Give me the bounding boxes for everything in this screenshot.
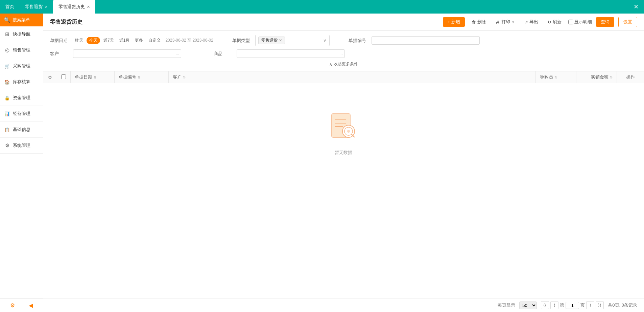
- print-label: 打印: [501, 19, 510, 25]
- date-opt-7days[interactable]: 近7天: [101, 37, 116, 44]
- collapse-icon: ∧: [329, 62, 332, 67]
- table-settings-icon[interactable]: ⚙: [48, 75, 52, 80]
- sidebar-item-sales-mgmt[interactable]: ◎ 销售管理: [0, 42, 43, 58]
- tab-retail-return-history-close[interactable]: ✕: [87, 5, 90, 9]
- page-input[interactable]: [566, 302, 579, 309]
- th-amount[interactable]: 实销金额 ⇅: [576, 71, 617, 83]
- next-page-button[interactable]: ⟩: [586, 301, 594, 309]
- th-guide[interactable]: 导购员 ⇅: [536, 71, 576, 83]
- goods-label: 商品: [214, 51, 231, 57]
- th-action-label: 操作: [626, 74, 635, 80]
- query-button[interactable]: 查询: [596, 17, 614, 27]
- collapse-label: 收起更多条件: [334, 61, 358, 67]
- tab-retail-return-close[interactable]: ✕: [45, 5, 48, 9]
- quick-nav-icon: ⊞: [4, 31, 10, 37]
- sidebar-item-basic-info[interactable]: 📋 基础信息: [0, 122, 43, 138]
- sidebar-item-inventory[interactable]: 🏠 库存核算: [0, 74, 43, 90]
- th-date[interactable]: 单据日期 ⇅: [70, 71, 114, 83]
- tab-home[interactable]: 首页: [0, 0, 20, 14]
- select-all-checkbox[interactable]: [61, 74, 66, 79]
- sidebar-bottom: ⚙ ◀: [0, 298, 43, 312]
- sidebar-search-label: 搜索菜单: [13, 17, 30, 23]
- date-opt-more[interactable]: 更多: [133, 37, 145, 44]
- filter-row-2: 客户 ... 商品 ...: [50, 49, 637, 58]
- prev-page-button[interactable]: ⟨: [550, 301, 558, 309]
- sidebar-item-system[interactable]: ⚙ 系统管理: [0, 138, 43, 154]
- goods-ellipsis[interactable]: ...: [339, 51, 343, 56]
- th-amount-label: 实销金额: [591, 74, 609, 80]
- refresh-button[interactable]: ↻ 刷新: [545, 18, 564, 26]
- table-footer: 每页显示 50 10 20 100 ⟨⟨ ⟨ 第 页 ⟩ ⟩⟩ 共0页, 0条记…: [43, 298, 644, 312]
- refresh-label: 刷新: [553, 19, 562, 25]
- sidebar-item-purchase-mgmt[interactable]: 🛒 采购管理: [0, 58, 43, 74]
- date-opt-custom[interactable]: 自定义: [146, 37, 163, 44]
- doc-type-dropdown[interactable]: 零售退货 ✕ ∨: [255, 35, 330, 46]
- purchase-mgmt-icon: 🛒: [4, 63, 10, 69]
- sidebar: 🔍 搜索菜单 ⊞ 快捷导航 ◎ 销售管理 🛒 采购管理 🏠 库存核算 🔒: [0, 14, 43, 312]
- svg-point-7: [347, 130, 350, 133]
- collapse-sidebar-icon[interactable]: ◀: [29, 302, 33, 309]
- delete-icon: 🗑: [472, 20, 476, 25]
- th-guide-label: 导购员: [540, 74, 553, 80]
- empty-state: 暂无数据: [43, 83, 644, 183]
- th-number[interactable]: 单据编号 ⇅: [114, 71, 168, 83]
- filter-row-1: 单据日期 昨天 今天 近7天 近1月 更多 自定义 2023-06-02 至 2…: [50, 35, 637, 46]
- doc-number-wrap: [372, 36, 480, 45]
- per-page-select[interactable]: 50 10 20 100: [519, 302, 537, 309]
- export-label: 导出: [529, 19, 538, 25]
- doc-number-input[interactable]: [372, 36, 480, 45]
- customer-label: 客户: [50, 51, 68, 57]
- sidebar-item-quick-nav-label: 快捷导航: [13, 31, 30, 37]
- basic-info-icon: 📋: [4, 127, 10, 133]
- doc-type-tag-close[interactable]: ✕: [279, 38, 282, 43]
- sidebar-search[interactable]: 🔍 搜索菜单: [0, 14, 43, 26]
- export-icon: ↗: [524, 20, 528, 25]
- th-checkbox[interactable]: [57, 71, 70, 83]
- doc-type-label: 单据类型: [232, 38, 250, 44]
- sidebar-item-quick-nav[interactable]: ⊞ 快捷导航: [0, 26, 43, 42]
- sidebar-menu: ⊞ 快捷导航 ◎ 销售管理 🛒 采购管理 🏠 库存核算 🔒 资金管理 📊 经: [0, 26, 43, 298]
- customer-ellipsis[interactable]: ...: [176, 51, 179, 56]
- doc-type-tags: 零售退货 ✕: [258, 37, 322, 44]
- th-settings[interactable]: ⚙: [43, 71, 57, 83]
- th-customer[interactable]: 客户 ⇅: [168, 71, 536, 83]
- customer-input[interactable]: [73, 49, 181, 58]
- goods-input[interactable]: [237, 49, 345, 58]
- window-close-button[interactable]: ✕: [634, 3, 644, 10]
- doc-type-tag: 零售退货 ✕: [258, 37, 285, 44]
- display-switch[interactable]: 显示明细: [568, 19, 592, 25]
- add-button[interactable]: + 新增: [443, 17, 465, 27]
- per-page-label: 每页显示: [498, 302, 515, 308]
- date-range-display: 2023-06-02 至 2023-06-02: [165, 38, 213, 43]
- main-layout: 🔍 搜索菜单 ⊞ 快捷导航 ◎ 销售管理 🛒 采购管理 🏠 库存核算 🔒: [0, 14, 644, 312]
- delete-button[interactable]: 🗑 删除: [469, 18, 489, 26]
- date-opt-1month[interactable]: 近1月: [117, 37, 132, 44]
- page-nav: ⟨⟨ ⟨ 第 页 ⟩ ⟩⟩: [541, 301, 604, 309]
- sidebar-item-operations-label: 经营管理: [13, 111, 30, 117]
- sales-mgmt-icon: ◎: [4, 47, 10, 53]
- print-button[interactable]: 🖨 打印 ▼: [493, 18, 518, 26]
- page-suffix: 页: [580, 302, 585, 308]
- empty-text: 暂无数据: [335, 150, 352, 156]
- filter-area: 单据日期 昨天 今天 近7天 近1月 更多 自定义 2023-06-02 至 2…: [43, 31, 644, 71]
- search-icon: 🔍: [4, 17, 10, 23]
- sidebar-item-finance[interactable]: 🔒 资金管理: [0, 90, 43, 106]
- date-opt-yesterday[interactable]: 昨天: [73, 37, 85, 44]
- top-bar: 首页 零售退货 ✕ 零售退货历史 ✕ ✕: [0, 0, 644, 14]
- collapse-button[interactable]: ∧ 收起更多条件: [50, 61, 637, 67]
- inventory-icon: 🏠: [4, 79, 10, 85]
- page-header: 零售退货历史 + 新增 🗑 删除 🖨 打印 ▼ ↗ 导出 ↻: [43, 14, 644, 31]
- setting-button[interactable]: 设置: [618, 17, 637, 27]
- sidebar-item-operations[interactable]: 📊 经营管理: [0, 106, 43, 122]
- sidebar-item-finance-label: 资金管理: [13, 95, 30, 101]
- tab-retail-return-history[interactable]: 零售退货历史 ✕: [53, 0, 95, 14]
- settings-bottom-icon[interactable]: ⚙: [10, 302, 15, 309]
- date-opt-today[interactable]: 今天: [87, 37, 100, 44]
- last-page-button[interactable]: ⟩⟩: [596, 301, 604, 309]
- export-button[interactable]: ↗ 导出: [522, 18, 541, 26]
- display-checkbox[interactable]: [568, 20, 573, 24]
- th-number-label: 单据编号: [119, 74, 136, 80]
- first-page-button[interactable]: ⟨⟨: [541, 301, 549, 309]
- doc-type-dropdown-arrow: ∨: [323, 38, 327, 43]
- tab-retail-return[interactable]: 零售退货 ✕: [20, 0, 53, 14]
